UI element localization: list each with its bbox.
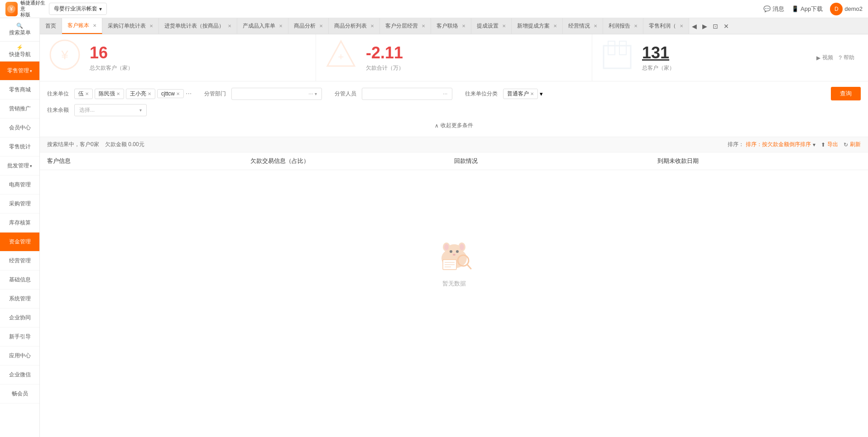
sidebar-item-ecommerce[interactable]: 电商管理	[0, 176, 39, 195]
sidebar-item-enterprise-wechat[interactable]: 企业微信	[0, 366, 39, 385]
tab-bar: 首页 客户账本 ✕ 采购订单统计表 ✕ 进货单统计表（按商品） ✕ 产成品入库单…	[40, 18, 868, 34]
department-select[interactable]: ··· ▾	[231, 88, 322, 100]
sidebar-item-member[interactable]: 会员中心	[0, 119, 39, 138]
logo-text: 畅捷通好生意 标版	[20, 0, 45, 18]
person-label: 分管人员	[335, 90, 356, 98]
filter-area: 往来单位 伍 ✕ 陈民强 ✕ 王小亮 ✕	[40, 81, 868, 137]
tab-close-promotion-settings[interactable]: ✕	[502, 24, 506, 28]
sidebar-item-marketing[interactable]: 营销推广	[0, 100, 39, 119]
avatar: D	[830, 3, 843, 15]
tab-customer-account[interactable]: 客户账本 ✕	[62, 18, 102, 34]
sidebar-item-purchase[interactable]: 采购管理	[0, 195, 39, 214]
svg-point-17	[453, 254, 456, 256]
tab-retail-profit[interactable]: 零售利润（ ✕	[643, 18, 689, 34]
department-label: 分管部门	[204, 90, 226, 98]
balance-arrow: ▾	[139, 108, 142, 113]
query-button[interactable]: 查询	[831, 87, 861, 100]
person-select[interactable]: ···	[362, 88, 452, 100]
unit-tag-wu-close[interactable]: ✕	[85, 91, 89, 96]
stat-card-credit-icon: ¥	[49, 39, 81, 77]
sort-select[interactable]: 排序： 排序：按欠款金额倒序排序 ▾	[728, 141, 815, 148]
play-icon: ▶	[816, 55, 820, 61]
unit-tag-wang-close[interactable]: ✕	[148, 91, 151, 96]
tab-more-options[interactable]: ✕	[721, 18, 732, 34]
tab-close-customer-account[interactable]: ✕	[93, 23, 96, 28]
total-customers-value: 131	[642, 43, 675, 62]
tab-business-situation[interactable]: 经营情况 ✕	[563, 18, 603, 34]
collapse-button[interactable]: ∧ 收起更多条件	[47, 122, 861, 129]
balance-select[interactable]: 选择... ▾	[74, 104, 147, 116]
tab-product-analysis[interactable]: 商品分析 ✕	[288, 18, 329, 34]
sidebar-item-member-vip[interactable]: 畅会员	[0, 385, 39, 404]
stat-card-amount-icon: +	[325, 39, 357, 77]
tab-scroll-right[interactable]: ▶	[700, 18, 710, 34]
sidebar-item-retail-stats[interactable]: 零售统计	[0, 138, 39, 157]
category-tags: 普通客户 ✕ ▾	[503, 89, 543, 99]
tab-close-customer-layer[interactable]: ✕	[422, 24, 425, 28]
sidebar-item-enterprise[interactable]: 企业协同	[0, 309, 39, 328]
tab-product-analysis-list[interactable]: 商品分析列表 ✕	[329, 18, 380, 34]
store-selector-arrow: ▾	[99, 6, 102, 12]
tab-scroll-left[interactable]: ◀	[689, 18, 700, 34]
unit-tag-more[interactable]: ···	[186, 90, 192, 98]
stat-card-credit-amount: + -2.11 欠款合计（万）	[316, 34, 592, 81]
store-selector[interactable]: 母婴行业演示帐套 ▾	[49, 3, 107, 15]
col-credit-info: 欠款交易信息（占比）	[250, 157, 454, 165]
video-help-btn[interactable]: ▶ 视频	[816, 54, 833, 62]
tab-maximize[interactable]: ⊡	[710, 18, 721, 34]
tab-close-profit-report[interactable]: ✕	[634, 24, 638, 28]
tab-home[interactable]: 首页	[40, 18, 62, 34]
stat-card-total-customers: 131 总客户（家） ▶ 视频 ? 帮助	[592, 34, 868, 81]
tab-close-cost-inbound[interactable]: ✕	[279, 24, 283, 28]
export-button[interactable]: ⬆ 导出	[821, 141, 838, 148]
sidebar-quick-nav[interactable]: ⚡ 快捷导航	[0, 42, 39, 62]
sidebar-item-app-center[interactable]: 应用中心	[0, 347, 39, 366]
tab-close-new-promotion[interactable]: ✕	[553, 24, 557, 28]
col-overdue-date: 到期未收款日期	[657, 157, 861, 165]
department-arrow: ▾	[315, 91, 317, 96]
tab-close-inbound-stats[interactable]: ✕	[228, 24, 231, 28]
sidebar-item-system[interactable]: 系统管理	[0, 290, 39, 309]
stats-row: ¥ 16 总欠款客户（家） + -2.11 欠款合计（万）	[40, 34, 868, 81]
unit-tag-chen-close[interactable]: ✕	[116, 91, 120, 96]
help-btn[interactable]: ? 帮助	[839, 54, 854, 62]
message-btn[interactable]: 💬 消息	[763, 5, 784, 13]
sidebar-item-new-guide[interactable]: 新手引导	[0, 328, 39, 347]
sidebar-item-retail-mall[interactable]: 零售商城	[0, 81, 39, 100]
tab-close-purchase-order[interactable]: ✕	[149, 24, 153, 28]
app-download-btn[interactable]: 📱 App下载	[791, 5, 823, 13]
svg-rect-7	[608, 41, 615, 55]
sidebar-item-inventory[interactable]: 库存核算	[0, 214, 39, 233]
col-payment-status: 回款情况	[454, 157, 657, 165]
svg-point-15	[450, 250, 452, 253]
tab-new-promotion[interactable]: 新增提成方案 ✕	[512, 18, 563, 34]
tab-close-business-situation[interactable]: ✕	[594, 24, 597, 28]
tab-close-customer-contact[interactable]: ✕	[462, 24, 465, 28]
sidebar-item-finance[interactable]: 资金管理	[0, 233, 39, 252]
empty-text: 暂无数据	[442, 280, 466, 288]
sidebar-search[interactable]: 🔍 搜索菜单	[0, 18, 39, 42]
tab-inbound-stats[interactable]: 进货单统计表（按商品） ✕	[159, 18, 237, 34]
sidebar-item-retail[interactable]: 零售管理 ▾	[0, 62, 39, 81]
user-menu[interactable]: D demo2	[830, 3, 863, 15]
tab-customer-contact[interactable]: 客户联络 ✕	[431, 18, 471, 34]
result-bar: 搜索结果中，客户0家 欠款金额 0.00元 排序： 排序：按欠款金额倒序排序 ▾…	[40, 137, 868, 152]
tab-profit-report[interactable]: 利润报告 ✕	[603, 18, 643, 34]
tab-close-product-analysis-list[interactable]: ✕	[370, 24, 374, 28]
tab-cost-inbound[interactable]: 产成品入库单 ✕	[237, 18, 288, 34]
sidebar-item-operations[interactable]: 经营管理	[0, 252, 39, 271]
sidebar-item-wholesale[interactable]: 批发管理 ▾	[0, 157, 39, 176]
sidebar-item-basic-info[interactable]: 基础信息	[0, 271, 39, 290]
category-tag-close[interactable]: ✕	[530, 91, 534, 96]
tab-promotion-settings[interactable]: 提成设置 ✕	[471, 18, 512, 34]
result-actions: 排序： 排序：按欠款金额倒序排序 ▾ ⬆ 导出 ↻ 刷新	[728, 141, 861, 148]
tab-close-retail-profit[interactable]: ✕	[680, 24, 683, 28]
svg-point-16	[456, 250, 459, 253]
stat-card-credit-customers: ¥ 16 总欠款客户（家）	[40, 34, 316, 81]
tab-close-product-analysis[interactable]: ✕	[319, 24, 323, 28]
unit-tag-cjttcw-close[interactable]: ✕	[176, 91, 180, 96]
refresh-button[interactable]: ↻ 刷新	[844, 141, 861, 148]
tab-customer-layer[interactable]: 客户分层经营 ✕	[380, 18, 431, 34]
export-icon: ⬆	[821, 142, 825, 148]
tab-purchase-order[interactable]: 采购订单统计表 ✕	[102, 18, 159, 34]
